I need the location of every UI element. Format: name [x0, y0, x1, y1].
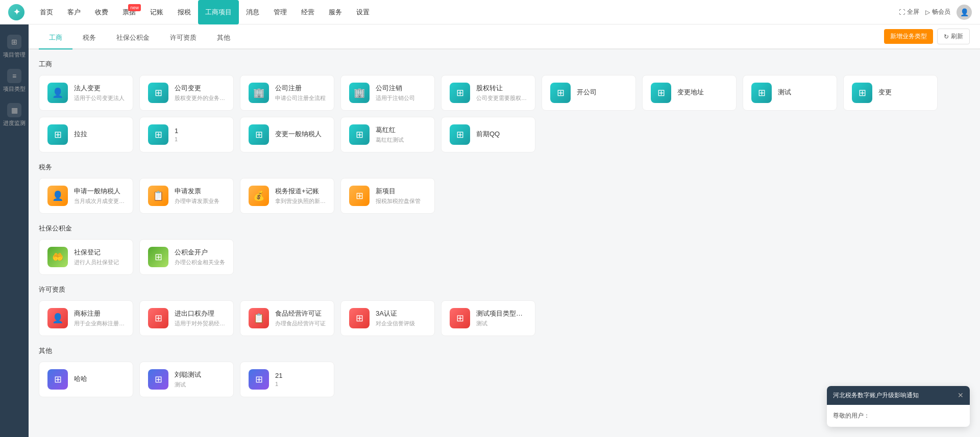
card-jinchukou[interactable]: ⊞ 进出口权办理 适用于对外贸易经营者: [139, 300, 234, 336]
notif-close-button[interactable]: ✕: [958, 391, 964, 399]
tab-xuke[interactable]: 许可资质: [160, 26, 207, 49]
card-gongsizhuixiao[interactable]: 🏢 公司注销 适用于注销公司: [340, 75, 435, 111]
card-title: 食品经营许可证: [275, 309, 326, 318]
nav-item-manage[interactable]: 管理: [266, 0, 294, 24]
card-haha[interactable]: ⊞ 哈哈: [39, 362, 133, 397]
card-desc: 适用于注销公司: [376, 94, 426, 102]
sidebar-item-project-type[interactable]: ≡ 项目类型: [0, 64, 29, 98]
card-one[interactable]: ⊞ 1 1: [139, 117, 234, 152]
grid-icon: ⊞: [7, 35, 21, 49]
card-ceshileixing[interactable]: ⊞ 测试项目类型目定义 测试: [441, 300, 535, 336]
card-icon: ⊞: [148, 247, 168, 267]
card-title: 拉拉: [74, 130, 125, 139]
card-icon: ⊞: [47, 369, 68, 390]
avatar[interactable]: 👤: [957, 5, 972, 20]
card-title: 变更: [878, 88, 929, 97]
card-desc: 拿到营业执照的新公司: [275, 197, 326, 205]
card-liucongceshi[interactable]: ⊞ 刘聪测试 测试: [139, 362, 234, 397]
nav-logo: ✦: [8, 4, 24, 20]
card-icon: ⊞: [349, 124, 370, 145]
tab-gongshang[interactable]: 工商: [39, 26, 72, 49]
section-shebao: 社保公积金 🤲 社保登记 进行人员社保登记 ⊞ 公积金开户 办理公积金相关业务: [39, 224, 970, 275]
gongshang-cards-grid: 👤 法人变更 适用于公司变更法人 ⊞ 公司变更 股权变更外的业务变更 🏢: [39, 75, 970, 152]
content-area: 工商 👤 法人变更 适用于公司变更法人 ⊞ 公司变更 股权变更外的业务变更: [29, 49, 980, 418]
new-badge: new: [128, 4, 141, 12]
nav-item-invoice[interactable]: 票据 new: [115, 0, 143, 24]
card-shuiwubaodao[interactable]: 💰 税务报道+记账 拿到营业执照的新公司: [240, 178, 334, 214]
card-lala[interactable]: ⊞ 拉拉: [39, 117, 133, 152]
tab-actions: 新增业务类型 ↻ 刷新: [884, 24, 970, 48]
tab-qita[interactable]: 其他: [207, 26, 240, 49]
section-xuke: 许可资质 👤 商标注册 用于企业商标注册服务 ⊞ 进出口权办理 适用于对外贸易经…: [39, 285, 970, 336]
card-desc: 适用于对外贸易经营者: [175, 320, 225, 327]
nav-item-tax[interactable]: 报税: [170, 0, 198, 24]
tab-shuiwu[interactable]: 税务: [72, 26, 106, 49]
xuke-cards-grid: 👤 商标注册 用于企业商标注册服务 ⊞ 进出口权办理 适用于对外贸易经营者 📋: [39, 300, 970, 336]
card-gongjijinkaihu[interactable]: ⊞ 公积金开户 办理公积金相关业务: [139, 239, 234, 275]
card-title: 21: [275, 372, 326, 379]
sidebar-item-project-manage[interactable]: ⊞ 项目管理: [0, 30, 29, 64]
nav-item-customer[interactable]: 客户: [60, 0, 88, 24]
member-btn[interactable]: ▷ 畅会员: [925, 8, 950, 16]
card-desc: 股权变更外的业务变更: [175, 94, 225, 102]
nav-item-bizproject[interactable]: 工商项目: [198, 0, 239, 24]
section-shuiwu: 税务 👤 申请一般纳税人 当月或次月成变更完成 📋 申请发票 办理申请发票业务: [39, 163, 970, 214]
card-gehonghong[interactable]: ⊞ 葛红红 葛红红测试: [340, 117, 435, 152]
card-kaigongsi[interactable]: ⊞ 开公司: [542, 75, 636, 111]
card-gongsizhuche[interactable]: 🏢 公司注册 申请公司注册全流程: [240, 75, 334, 111]
card-faziren[interactable]: 👤 法人变更 适用于公司变更法人: [39, 75, 133, 111]
card-21[interactable]: ⊞ 21 1: [240, 362, 334, 397]
card-desc: 葛红红测试: [376, 136, 426, 144]
card-xinxiangmu[interactable]: ⊞ 新项目 报税加税控盘保管: [340, 178, 435, 214]
card-biangengnaoshui[interactable]: ⊞ 变更一般纳税人: [240, 117, 334, 152]
card-guzhuanrang[interactable]: ⊞ 股权转让 公司变更需要股权转让: [441, 75, 535, 111]
fullscreen-btn[interactable]: ⛶ 全屏: [899, 8, 919, 16]
refresh-icon: ↻: [944, 33, 949, 40]
card-ceshi[interactable]: ⊞ 测试: [743, 75, 837, 111]
card-title: 刘聪测试: [175, 370, 225, 379]
card-qianqiQQ[interactable]: ⊞ 前期QQ: [441, 117, 535, 152]
card-title: 哈哈: [74, 374, 125, 383]
card-icon: ⊞: [651, 83, 671, 103]
card-title: 1: [175, 127, 225, 135]
card-title: 葛红红: [376, 125, 426, 135]
tab-shebao[interactable]: 社保公积金: [106, 26, 160, 49]
refresh-button[interactable]: ↻ 刷新: [937, 29, 970, 44]
card-desc: 办理食品经营许可证: [275, 320, 326, 327]
card-icon: ⊞: [349, 186, 370, 206]
card-shenqingnaoshui[interactable]: 👤 申请一般纳税人 当月或次月成变更完成: [39, 178, 133, 214]
card-title: 开公司: [577, 88, 627, 97]
sidebar: ⊞ 项目管理 ≡ 项目类型 ▦ 进度监测: [0, 24, 29, 437]
card-shangbiao[interactable]: 👤 商标注册 用于企业商标注册服务: [39, 300, 133, 336]
card-desc: 申请公司注册全流程: [275, 94, 326, 102]
card-desc: 1: [275, 381, 326, 387]
card-icon: 🏢: [349, 83, 370, 103]
card-biangeng[interactable]: ⊞ 变更: [843, 75, 938, 111]
card-title: 变更一般纳税人: [275, 130, 326, 139]
card-shipin[interactable]: 📋 食品经营许可证 办理食品经营许可证: [240, 300, 334, 336]
card-biangengdizhi[interactable]: ⊞ 变更地址: [642, 75, 737, 111]
sidebar-item-progress-monitor[interactable]: ▦ 进度监测: [0, 98, 29, 132]
nav-item-settings[interactable]: 设置: [349, 0, 377, 24]
card-desc: 测试: [175, 381, 225, 389]
card-shenqingfapiao[interactable]: 📋 申请发票 办理申请发票业务: [139, 178, 234, 214]
card-3a[interactable]: ⊞ 3A认证 对企业信誉评级: [340, 300, 435, 336]
card-icon: 🏢: [249, 83, 269, 103]
card-desc: 1: [175, 136, 225, 142]
card-icon: ⊞: [450, 83, 470, 103]
card-icon: ⊞: [148, 369, 168, 390]
card-icon: ⊞: [148, 308, 168, 328]
nav-item-service[interactable]: 服务: [322, 0, 349, 24]
nav-item-message[interactable]: 消息: [239, 0, 266, 24]
card-icon: ⊞: [349, 308, 370, 328]
card-title: 前期QQ: [476, 130, 527, 139]
card-title: 股权转让: [476, 84, 527, 93]
card-gongsibiangeng[interactable]: ⊞ 公司变更 股权变更外的业务变更: [139, 75, 234, 111]
new-type-button[interactable]: 新增业务类型: [884, 29, 933, 44]
nav-item-operation[interactable]: 经营: [294, 0, 322, 24]
nav-item-bookkeeping[interactable]: 记账: [143, 0, 170, 24]
nav-item-home[interactable]: 首页: [33, 0, 60, 24]
card-title: 申请一般纳税人: [74, 187, 125, 196]
card-shebaodengji[interactable]: 🤲 社保登记 进行人员社保登记: [39, 239, 133, 275]
nav-item-billing[interactable]: 收费: [88, 0, 115, 24]
